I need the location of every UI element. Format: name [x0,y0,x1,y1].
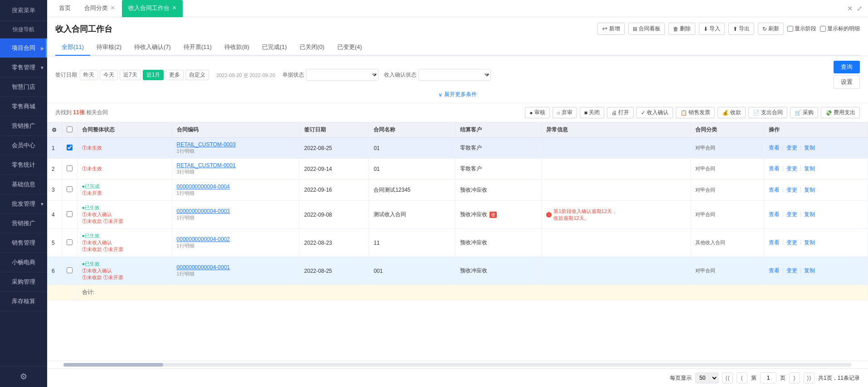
action-view[interactable]: 查看 [769,165,780,173]
refresh-button[interactable]: ↻ 刷新 [758,23,784,35]
action-view[interactable]: 查看 [769,211,780,218]
filter-tab-changed[interactable]: 已变更(4) [331,39,369,56]
action-copy[interactable]: 复制 [804,165,815,173]
select-all-checkbox[interactable] [67,126,73,132]
contract-code-link[interactable]: 0000000000004-0001 [177,264,295,271]
sidebar-item-wholesale[interactable]: 批发管理 ▼ [0,194,47,214]
sidebar-item-retail-management[interactable]: 零售管理 ▼ [0,58,47,77]
contract-board-button[interactable]: ⊞ 合同看板 [628,23,665,35]
sidebar-settings-button[interactable]: ⚙ [0,366,47,387]
cell-checkbox[interactable] [62,257,77,285]
contract-code-link[interactable]: RETAIL_CUSTOM-0003 [177,141,295,148]
first-page-button[interactable]: ⟨⟨ [722,372,733,383]
tab-home[interactable]: 首页 [53,0,77,17]
tab-contract-category-close[interactable]: ✕ [111,5,115,11]
toolbar-review-btn[interactable]: ● 审核 [525,107,549,118]
sidebar-item-member-center[interactable]: 会员中心 [0,136,47,155]
show-marks-checkbox[interactable]: 显示标的明细 [820,25,860,33]
contract-code-link[interactable]: 0000000000004-0004 [177,184,295,190]
cell-checkbox[interactable] [62,138,77,159]
action-edit[interactable]: 变更 [786,144,797,152]
tab-income-contract[interactable]: 收入合同工作台 ✕ [122,0,183,17]
contract-code-link[interactable]: RETAIL_CUSTOM-0001 [177,162,295,169]
tab-contract-category[interactable]: 合同分类 ✕ [78,0,121,17]
action-view[interactable]: 查看 [769,267,780,275]
show-stages-checkbox[interactable]: 显示阶段 [787,25,816,33]
prev-page-button[interactable]: ⟨ [737,372,747,383]
date-btn-last1month[interactable]: 近1月 [143,70,164,80]
row-checkbox[interactable] [67,145,73,150]
tab-income-contract-close[interactable]: ✕ [172,5,176,11]
toolbar-abandon-btn[interactable]: ○ 弃审 [553,107,577,118]
sidebar-item-marketing1[interactable]: 营销推广 [0,116,47,136]
maximize-icon[interactable]: ⤢ [857,5,863,13]
row-checkbox[interactable] [67,239,73,245]
action-edit[interactable]: 变更 [786,186,797,194]
cell-checkbox[interactable] [62,201,77,229]
action-copy[interactable]: 复制 [804,144,815,152]
last-page-button[interactable]: ⟩⟩ [804,372,815,383]
action-edit[interactable]: 变更 [786,267,797,275]
filter-tab-pending-collection[interactable]: 待收款(8) [218,39,256,56]
action-view[interactable]: 查看 [769,186,780,194]
filter-tab-pending-invoice[interactable]: 待开票(11) [177,39,218,56]
action-view[interactable]: 查看 [769,144,780,152]
action-view[interactable]: 查看 [769,239,780,247]
toolbar-purchase-btn[interactable]: 🛒 采购 [790,107,818,118]
action-edit[interactable]: 变更 [786,211,797,218]
delete-button[interactable]: 🗑 删除 [669,23,695,35]
toolbar-out-contract-btn[interactable]: 📄 支出合同 [748,107,787,118]
horizontal-scrollbar[interactable] [47,361,868,368]
show-stages-input[interactable] [787,26,793,32]
date-btn-last7days[interactable]: 近7天 [120,70,141,80]
toolbar-sales-invoice-btn[interactable]: 📋 销售发票 [676,107,715,118]
contract-code-link[interactable]: 0000000000004-0003 [177,208,295,214]
income-confirm-select[interactable] [418,69,491,81]
close-all-icon[interactable]: ✕ [847,5,853,13]
sidebar-item-xiaochang[interactable]: 小畅电商 [0,253,47,272]
cell-checkbox[interactable] [62,179,77,201]
import-button[interactable]: ⬇ 导入 [699,23,725,35]
cell-checkbox[interactable] [62,229,77,257]
filter-tab-completed[interactable]: 已完成(1) [256,39,293,56]
sidebar-item-marketing2[interactable]: 营销推广 [0,214,47,233]
toolbar-print-btn[interactable]: 🖨 打开 [607,107,634,118]
cell-checkbox[interactable] [62,159,77,179]
expand-more-button[interactable]: ∨ 展开更多条件 [55,91,860,98]
row-checkbox[interactable] [67,267,73,273]
filter-tab-pending-review[interactable]: 待审核(2) [90,39,128,56]
sidebar-item-retail-stats[interactable]: 零售统计 [0,155,47,175]
toolbar-close-btn[interactable]: ■ 关闭 [580,107,604,118]
contract-code-link[interactable]: 0000000000004-0002 [177,236,295,242]
action-copy[interactable]: 复制 [804,186,815,194]
sidebar-item-smart-store[interactable]: 智慧门店 [0,77,47,97]
date-btn-today[interactable]: 今天 [100,70,118,80]
sidebar-search[interactable]: 搜索菜单 [0,0,47,21]
page-number-input[interactable] [760,372,776,383]
export-button[interactable]: ⬆ 导出 [728,23,754,35]
action-copy[interactable]: 复制 [804,211,815,218]
toolbar-collection-btn[interactable]: 💰 收款 [718,107,746,118]
next-page-button[interactable]: ⟩ [789,372,800,383]
action-copy[interactable]: 复制 [804,267,815,275]
sidebar-item-inventory[interactable]: 库存核算 [0,292,47,311]
sidebar-item-basic-info[interactable]: 基础信息 [0,175,47,194]
settings-button[interactable]: 设置 [834,75,860,89]
date-btn-yesterday[interactable]: 昨天 [80,70,98,80]
sidebar-item-purchase[interactable]: 采购管理 [0,272,47,292]
sidebar-item-project-contract[interactable]: 项目合同 ▶ [0,39,47,58]
scrollbar-thumb[interactable] [63,363,163,367]
sidebar-item-sales-management[interactable]: 销售管理 [0,233,47,253]
action-edit[interactable]: 变更 [786,165,797,173]
th-settings[interactable]: ⚙ [47,122,62,138]
row-checkbox[interactable] [67,165,73,171]
date-btn-custom[interactable]: 自定义 [185,70,209,80]
toolbar-income-confirm-btn[interactable]: ✓ 收入确认 [636,107,673,118]
query-button[interactable]: 查询 [834,61,860,73]
new-button[interactable]: + + 新增 [597,23,625,35]
action-copy[interactable]: 复制 [804,239,815,247]
row-checkbox[interactable] [67,186,73,192]
filter-tab-pending-income-confirm[interactable]: 待收入确认(7) [128,39,177,56]
th-checkbox[interactable] [62,122,77,138]
filter-tab-all[interactable]: 全部(11) [55,39,90,56]
